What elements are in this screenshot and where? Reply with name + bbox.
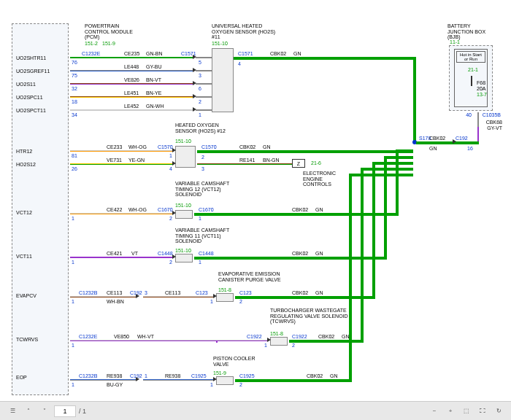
wiring-diagram: POWERTRAIN CONTROL MODULE (PCM) 151-2 15…: [0, 0, 511, 401]
w4-ckt: LE451: [124, 90, 139, 96]
w9-conn: C1570: [201, 144, 217, 150]
w15-conn3: C123: [196, 290, 208, 296]
fullscreen-icon[interactable]: ⛶: [476, 405, 489, 418]
w15-ckt: CE113: [107, 290, 122, 296]
w2b: [196, 70, 212, 71]
bjb-fref2: 13-7: [477, 92, 487, 98]
w13-pin: 1: [72, 260, 74, 265]
bjb-amp: 20A: [477, 86, 485, 92]
w3: [70, 83, 193, 85]
w20-color: GN: [330, 373, 338, 379]
sig-0: UO2SHTR11: [16, 55, 46, 61]
w6-ckt: CBK02: [270, 51, 286, 57]
eec-title: ELECTRONIC ENGINE CONTROLS: [303, 171, 347, 187]
sig-5: HTR12: [16, 149, 32, 155]
sig-8: VCT11: [16, 254, 32, 260]
page-number-input[interactable]: [54, 405, 76, 417]
zoom-out-icon[interactable]: −: [428, 405, 441, 418]
w19-conn2: C192: [130, 373, 142, 379]
bjb-inner: Hot in Start or Run 21-1 F68 20A 13-7: [454, 49, 488, 107]
w4: [70, 96, 193, 98]
w3-pin2: 6: [199, 86, 201, 92]
w15a: [70, 296, 136, 298]
w13-color: VT: [131, 251, 138, 257]
w18a: [289, 340, 364, 343]
w17-conn: C1232E: [79, 334, 97, 340]
w14-color: GN: [315, 251, 323, 257]
sig-11: EOP: [16, 375, 27, 381]
w16a: [235, 296, 375, 299]
w4b: [196, 96, 212, 98]
w5-pin2: 1: [199, 112, 201, 118]
w17-pin2: 1: [264, 343, 267, 349]
zoom-in-icon[interactable]: +: [444, 405, 457, 418]
w2: [70, 70, 193, 71]
arrow-8r: [172, 161, 176, 166]
arrow-19br: [213, 377, 217, 381]
w9a: [197, 150, 413, 153]
bjb-color2: GN: [429, 146, 437, 152]
w15-pin: 1: [72, 299, 74, 305]
w19-ckt: RE938: [107, 373, 122, 379]
ho2s-ref: 151-10: [175, 139, 191, 144]
page-up-icon[interactable]: ˄: [22, 405, 35, 418]
w14-pin: 1: [199, 260, 201, 265]
w12-conn: C1670: [199, 207, 214, 213]
w9-pin: 2: [201, 155, 204, 160]
w4-pin2: 2: [199, 99, 201, 105]
w11-conn2: C1670: [158, 207, 173, 213]
w11-ckt: CE422: [107, 207, 122, 213]
bjb-title: BATTERY JUNCTION BOX (BJB): [447, 23, 493, 40]
w15-ckt2: CE113: [165, 290, 180, 296]
tcwrvs-box: [270, 337, 288, 346]
sig-7: VCT12: [16, 210, 32, 216]
w10-ckt: RE141: [239, 158, 255, 163]
bjb-ckt: CBK68: [486, 120, 502, 125]
piston-box: [216, 376, 234, 385]
w5-ckt: LE452: [124, 104, 139, 109]
w1-conn: C1232E: [82, 51, 100, 57]
w11-pin2: 2: [169, 216, 172, 222]
w12-color: GN: [315, 207, 323, 213]
tcwrvs-ref: 151-8: [270, 331, 283, 337]
w2-pin: 75: [72, 73, 77, 79]
vct12-title: VARIABLE CAMSHAFT TIMING 12 (VCT12) SOLE…: [175, 181, 248, 198]
bjb-wb: [416, 141, 479, 144]
w8: [70, 163, 172, 165]
sig-3: UO2SPC11: [16, 95, 43, 101]
w10-pin: 3: [201, 166, 204, 172]
w19-pin: 1: [72, 382, 74, 388]
w7-pin: 81: [72, 153, 77, 159]
w6a: [234, 57, 416, 60]
w14-conn: C1448: [199, 251, 214, 257]
vct11-box: [175, 254, 193, 262]
w8-color: YE-GN: [128, 158, 145, 163]
w18-color: GN: [342, 334, 350, 340]
sidebar-toggle-icon[interactable]: ☰: [6, 405, 19, 418]
ho2s-box: [175, 146, 196, 168]
w1: [70, 57, 193, 58]
piston-ref: 151-9: [213, 370, 226, 376]
w12c: [396, 149, 413, 152]
sig-2: UO2S11: [16, 82, 36, 88]
page-down-icon[interactable]: ˅: [38, 405, 51, 418]
w3-color: BN-VT: [146, 77, 161, 83]
page-total: / 1: [79, 408, 86, 415]
ho2s-title: HEATED OXYGEN SENSOR (HO2S) #12: [175, 122, 234, 133]
w7: [70, 150, 172, 152]
w15-pin3: 1: [210, 299, 213, 305]
w12-pin: 1: [199, 216, 201, 222]
w19-conn: C1232B: [79, 373, 97, 379]
w19-pin2: 1: [145, 373, 147, 379]
w16-color: GN: [315, 290, 323, 296]
fit-width-icon[interactable]: ⬚: [460, 405, 473, 418]
w9-ckt: CBK02: [239, 144, 256, 150]
tcwrvs-title: TURBOCHARGER WASTEGATE REGULATING VALVE …: [270, 308, 350, 324]
w20-ckt: CBK02: [307, 373, 323, 379]
w9-color: GN: [263, 144, 271, 150]
rotate-icon[interactable]: ↻: [492, 405, 505, 418]
w20-conn: C1925: [239, 373, 255, 379]
w19b: [143, 379, 213, 381]
w12-ckt: CBK02: [292, 207, 308, 213]
w7-color: WH-OG: [128, 144, 147, 150]
